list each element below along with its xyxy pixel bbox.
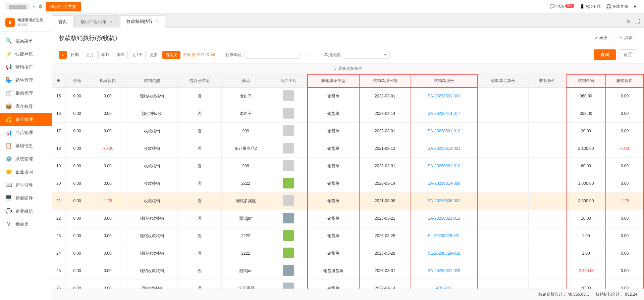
app-download-btn[interactable]: 📱 App下载 xyxy=(580,4,601,9)
td-write-off-no[interactable]: SA-20230301-010 xyxy=(411,157,477,175)
tab-close-all-icon[interactable]: ✕ xyxy=(625,17,632,25)
company-dropdown-icon[interactable]: ▼ xyxy=(33,5,36,8)
sidebar-item-search[interactable]: 🔍搜索菜单 xyxy=(0,34,52,47)
td-write-off-discount: 0.00 xyxy=(606,262,644,280)
tab-receipt[interactable]: 收款核销执行 × xyxy=(120,15,165,28)
td-write-off-no[interactable]: SA-20210808-001 xyxy=(411,192,477,210)
td-write-off-no[interactable]: SA-20210813-001 xyxy=(411,140,477,157)
write-off-no-link[interactable]: SA-20230314-008 xyxy=(428,181,460,186)
query-btn[interactable]: 查询 xyxy=(594,49,616,60)
td-include-settled: 否 xyxy=(177,245,222,262)
filter-date-last-month[interactable]: 上月 xyxy=(83,51,97,59)
write-off-no-link[interactable]: SA-20210808-001 xyxy=(428,199,460,203)
tab-prepay-label: 预付冲应付单 xyxy=(80,19,107,25)
filter-voucher-type-select[interactable] xyxy=(343,51,390,59)
tab-receipt-close[interactable]: × xyxy=(155,18,159,25)
online-service-btn[interactable]: 🎧 在线客服 xyxy=(606,4,628,9)
td-write-off-type: 现结收款核销 xyxy=(126,227,177,245)
td-include-settled: 否 xyxy=(177,105,222,122)
sidebar-item-shortcut[interactable]: ⚡快捷导航 xyxy=(0,47,52,60)
td-goods: 2222 xyxy=(222,175,270,192)
td-write-off-no[interactable]: SA-20230321-012 xyxy=(411,210,477,227)
filter-date-custom[interactable]: 自定义 xyxy=(162,51,180,59)
main-content: 首页 预付冲应付单 × 收款核销执行 × ✕ ⛶ 收款核销执行(按收款) ↗ 导… xyxy=(52,13,644,300)
sidebar-item-business[interactable]: 📊经营管理 xyxy=(0,126,52,139)
tab-home[interactable]: 首页 xyxy=(52,15,73,28)
sidebar-item-inventory[interactable]: 📦库存核算 xyxy=(0,100,52,113)
write-off-no-link[interactable]: SL-20230328-002 xyxy=(428,251,460,256)
td-receipt-condition xyxy=(529,210,566,227)
th-settings[interactable]: ⚙ xyxy=(52,74,65,87)
td-receipt-order-no xyxy=(477,192,529,210)
td-write-off-no[interactable]: SA-20230301-001 xyxy=(411,87,477,105)
table-row: 16 0.00 0.00 预付冲应收 否 老白干 销货单 2023-04-14 … xyxy=(52,105,644,122)
sidebar-item-system[interactable]: ⚙️系统管理 xyxy=(0,152,52,165)
filter-expand-btn[interactable]: » xyxy=(59,51,67,59)
sidebar-item-sales[interactable]: 🏪销售管理 xyxy=(0,74,52,87)
td-write-off-bill-type: 销货单 xyxy=(308,192,359,210)
td-write-off-date: 2023-03-01 xyxy=(359,122,411,140)
expand-more-bar[interactable]: ∨ 展开更多条件 xyxy=(52,64,644,74)
td-write-off-amount: 60.00 xyxy=(566,157,606,175)
td-write-off-bill-type: 销货单 xyxy=(308,87,359,105)
sidebar-item-purchase[interactable]: 🛒采购管理 xyxy=(0,87,52,100)
td-write-off-discount: 0.00 xyxy=(606,87,644,105)
write-off-no-link[interactable]: SA-20230301-010 xyxy=(428,164,460,168)
td-write-off-no[interactable]: SA-20230301-010 xyxy=(411,122,477,140)
industry-solution-btn[interactable]: 体验行业方案 xyxy=(46,2,81,11)
td-balance: 0.00 xyxy=(65,175,89,192)
write-off-no-link[interactable]: SA-20230331-026 xyxy=(428,268,460,273)
td-write-off-type: 现结收款核销 xyxy=(126,87,177,105)
td-write-off-no[interactable]: ABC-001 xyxy=(411,280,477,289)
sidebar-item-label-system: 系统管理 xyxy=(15,156,33,162)
company-selector[interactable]: ▓▓▓▓▓▓ xyxy=(5,3,30,10)
td-seq: 24 xyxy=(52,245,65,262)
td-goods: 测试多属性 xyxy=(222,192,270,210)
user-name[interactable]: Rit xyxy=(634,4,639,9)
filter-date-this-year[interactable]: 本年 xyxy=(114,51,128,59)
sidebar-item-vip[interactable]: V畅会员 xyxy=(0,218,52,230)
write-off-no-link[interactable]: SA-20230301-010 xyxy=(428,129,460,133)
write-off-no-link[interactable]: SA-20230414-017 xyxy=(428,111,460,116)
sidebar-item-marketing[interactable]: 📢营销推广 xyxy=(0,60,52,74)
filter-date-more[interactable]: 更多 xyxy=(147,51,161,59)
settings-btn[interactable]: 设置 xyxy=(619,49,637,60)
sidebar-item-enterprise[interactable]: 🤝企业协同 xyxy=(0,165,52,178)
filter-date-this-month[interactable]: 本月 xyxy=(98,51,112,59)
filter-date-7days[interactable]: 近7天 xyxy=(129,51,146,59)
td-goods: 测试jun xyxy=(222,262,270,280)
sidebar-item-hardware[interactable]: 🖥️智能硬件 xyxy=(0,191,52,205)
export-btn[interactable]: ↗ 导出 xyxy=(590,33,612,43)
settings-icon[interactable]: ⚙ xyxy=(38,3,43,10)
write-off-no-link[interactable]: SA-20230301-001 xyxy=(428,94,460,98)
td-seq: 21 xyxy=(52,192,65,210)
sidebar-item-guide[interactable]: 📖新手引导 xyxy=(0,178,52,191)
write-off-no-link[interactable]: SA-20210813-001 xyxy=(428,146,460,151)
td-write-off-no[interactable]: SA-20230314-008 xyxy=(411,175,477,192)
message-btn[interactable]: 💬 消息 99+ xyxy=(550,4,574,9)
td-write-off-no[interactable]: SA-20230331-026 xyxy=(411,262,477,280)
td-goods-image xyxy=(270,87,307,105)
write-off-no-link[interactable]: ABC-001 xyxy=(436,286,452,289)
write-off-no-link[interactable]: SA-20230321-012 xyxy=(428,216,460,221)
tab-maximize-icon[interactable]: ⛶ xyxy=(633,18,641,25)
sidebar-item-wechat[interactable]: 💬企业微信 xyxy=(0,205,52,218)
sidebar-item-label-marketing: 营销推广 xyxy=(15,64,33,70)
logo-icon: 6 xyxy=(5,18,15,27)
td-write-off-amount: 1.00 xyxy=(566,227,606,245)
td-write-off-no[interactable]: SL-20230328-001 xyxy=(411,227,477,245)
td-write-off-amount: -2,430.00 xyxy=(566,262,606,280)
sidebar-item-label-inventory: 库存核算 xyxy=(15,103,33,110)
td-write-off-no[interactable]: SA-20230414-017 xyxy=(411,105,477,122)
td-include-settled: 否 xyxy=(177,280,222,289)
td-write-off-no[interactable]: SL-20230328-002 xyxy=(411,245,477,262)
refresh-btn[interactable]: ↻ 刷新 xyxy=(615,33,637,43)
sidebar-item-finance[interactable]: 💰资金管理 xyxy=(0,113,52,126)
th-include-settled: 包含已结清 xyxy=(177,74,222,87)
tab-prepay[interactable]: 预付冲应付单 × xyxy=(74,15,119,28)
sidebar-item-basic[interactable]: 📋基础信息 xyxy=(0,139,52,152)
filter-partner-input[interactable] xyxy=(245,51,301,59)
write-off-no-link[interactable]: SL-20230328-001 xyxy=(428,233,460,238)
tab-prepay-close[interactable]: × xyxy=(109,19,113,25)
export-label: 导出 xyxy=(599,35,608,41)
